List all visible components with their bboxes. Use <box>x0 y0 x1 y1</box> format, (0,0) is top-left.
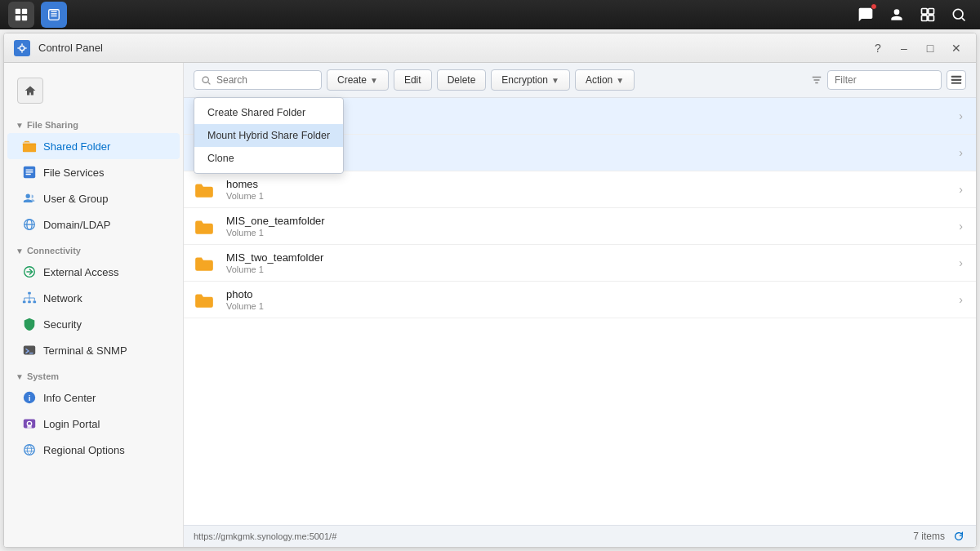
row-expand-arrow[interactable]: › <box>956 143 966 162</box>
info-center-label: Info Center <box>43 392 96 404</box>
svg-rect-10 <box>922 16 928 21</box>
shared-folder-icon <box>22 139 37 153</box>
chat-icon[interactable] <box>851 0 880 29</box>
users-icon <box>22 191 37 206</box>
svg-rect-9 <box>929 9 934 15</box>
info-center-item[interactable]: i Info Center <box>7 384 180 411</box>
edit-button[interactable]: Edit <box>394 69 432 91</box>
security-item[interactable]: Security <box>7 311 180 337</box>
help-button[interactable]: ? <box>866 38 889 58</box>
svg-rect-28 <box>28 292 31 295</box>
create-shared-folder-item[interactable]: Create Shared Folder <box>194 101 343 124</box>
table-row[interactable]: photo Volume 1 › <box>184 282 976 318</box>
external-access-item[interactable]: External Access <box>7 259 180 285</box>
row-expand-arrow[interactable]: › <box>956 290 966 309</box>
svg-text:i: i <box>29 393 31 402</box>
svg-rect-16 <box>17 47 19 48</box>
external-access-icon <box>22 264 37 279</box>
synology-app-icon[interactable] <box>41 2 67 28</box>
user-group-item[interactable]: User & Group <box>7 185 180 211</box>
info-center-icon: i <box>22 390 37 405</box>
minimize-button[interactable]: – <box>893 38 915 58</box>
svg-rect-31 <box>33 301 37 304</box>
network-item[interactable]: Network <box>7 285 180 311</box>
svg-rect-3 <box>22 16 27 20</box>
columns-icon <box>951 74 962 86</box>
table-row[interactable]: homes Volume 1 › <box>184 171 976 208</box>
security-label: Security <box>43 318 82 331</box>
home-button[interactable] <box>17 78 43 104</box>
search-box[interactable] <box>194 70 322 90</box>
maximize-button[interactable]: □ <box>919 38 942 58</box>
refresh-button[interactable] <box>951 529 966 544</box>
search-icon <box>201 75 212 86</box>
svg-rect-5 <box>51 13 56 14</box>
create-button[interactable]: Create ▼ <box>327 69 389 91</box>
action-button[interactable]: Action ▼ <box>575 69 635 91</box>
file-sharing-arrow: ▼ <box>16 121 24 130</box>
svg-rect-8 <box>922 9 928 15</box>
connectivity-section-header[interactable]: ▼ Connectivity <box>4 238 183 259</box>
global-search-icon[interactable] <box>944 0 973 29</box>
security-icon <box>22 317 37 331</box>
filter-box[interactable] <box>827 70 942 90</box>
folder-info: MIS_two_teamfolder Volume 1 <box>226 251 956 274</box>
file-sharing-section-header[interactable]: ▼ File Sharing <box>4 112 183 133</box>
action-dropdown-arrow: ▼ <box>616 76 624 85</box>
clone-item[interactable]: Clone <box>194 147 343 170</box>
regional-options-item[interactable]: Regional Options <box>7 437 180 463</box>
svg-rect-2 <box>16 16 20 20</box>
external-access-label: External Access <box>43 266 119 278</box>
login-portal-item[interactable]: Login Portal <box>7 411 180 437</box>
taskbar <box>0 0 980 29</box>
file-services-item[interactable]: File Services <box>7 159 180 185</box>
row-expand-arrow[interactable]: › <box>956 216 966 236</box>
shared-folder-item[interactable]: Shared Folder <box>7 133 180 159</box>
svg-point-43 <box>24 445 35 455</box>
status-bar: https://gmkgmk.synology.me:5001/# 7 item… <box>184 525 976 547</box>
window-manager-icon[interactable] <box>913 0 942 29</box>
table-row[interactable]: MIS_two_teamfolder Volume 1 › <box>184 245 976 282</box>
search-input[interactable] <box>216 74 314 86</box>
folder-name: MIS_two_teamfolder <box>226 251 956 264</box>
create-dropdown-arrow: ▼ <box>370 76 378 85</box>
close-button[interactable]: ✕ <box>945 38 968 58</box>
apps-grid-icon[interactable] <box>8 2 34 28</box>
window-body: ▼ File Sharing Shared Folder File Servic… <box>4 63 976 547</box>
domain-ldap-label: Domain/LDAP <box>43 219 110 231</box>
system-label: System <box>27 371 59 381</box>
domain-ldap-item[interactable]: Domain/LDAP <box>7 211 180 238</box>
file-services-label: File Services <box>43 167 104 179</box>
folder-icon <box>194 289 226 310</box>
login-portal-icon <box>22 416 37 431</box>
table-row[interactable]: MIS_one_teamfolder Volume 1 › <box>184 208 976 245</box>
user-group-label: User & Group <box>43 193 108 205</box>
terminal-snmp-item[interactable]: Terminal & SNMP <box>7 337 180 363</box>
connectivity-label: Connectivity <box>27 246 81 256</box>
row-expand-arrow[interactable]: › <box>956 106 966 126</box>
svg-rect-46 <box>951 79 961 81</box>
svg-rect-22 <box>26 174 31 175</box>
terminal-icon <box>22 343 37 358</box>
status-url: https://gmkgmk.synology.me:5001/# <box>194 531 336 541</box>
folder-name: photo <box>226 288 956 300</box>
shared-folder-label: Shared Folder <box>43 140 110 153</box>
folder-volume: Volume 1 <box>226 264 956 274</box>
encryption-button[interactable]: Encryption ▼ <box>491 69 570 91</box>
filter-input[interactable] <box>835 74 957 86</box>
control-panel-icon <box>14 40 30 56</box>
toolbar: Create ▼ Edit Delete Encryption ▼ Action… <box>184 63 976 98</box>
system-section-header[interactable]: ▼ System <box>4 363 183 384</box>
row-expand-arrow[interactable]: › <box>956 253 966 273</box>
window-controls: ? – □ ✕ <box>866 38 968 58</box>
mount-hybrid-item[interactable]: Mount Hybrid Share Folder <box>194 124 343 147</box>
toolbar-right <box>811 70 966 90</box>
system-arrow: ▼ <box>16 372 24 381</box>
file-sharing-label: File Sharing <box>27 120 78 130</box>
view-options-icon[interactable] <box>947 70 966 90</box>
user-icon[interactable] <box>882 0 911 29</box>
encryption-dropdown-arrow: ▼ <box>551 76 559 85</box>
row-expand-arrow[interactable]: › <box>956 180 966 199</box>
delete-button[interactable]: Delete <box>437 69 487 91</box>
svg-rect-47 <box>951 82 961 84</box>
